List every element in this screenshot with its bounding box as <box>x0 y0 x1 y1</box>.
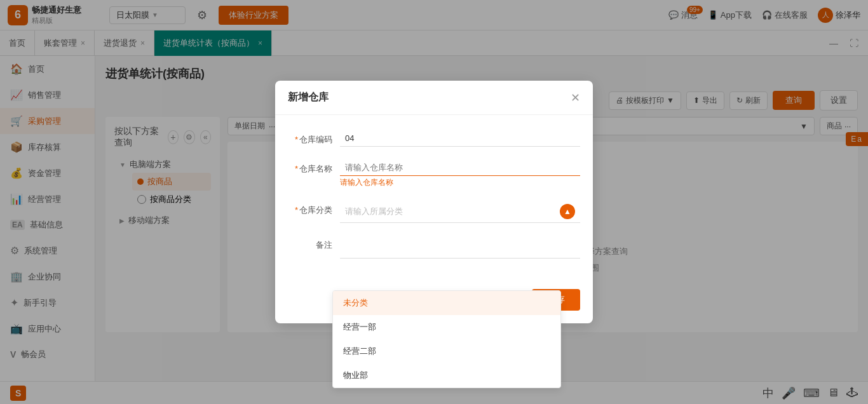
category-selector[interactable]: 请输入所属分类 ▲ <box>340 201 580 223</box>
code-input[interactable] <box>340 130 580 147</box>
dropdown-item-3[interactable]: 物业部 <box>333 363 560 387</box>
note-input[interactable] <box>340 236 580 259</box>
form-row-name: *仓库名称 请输入仓库名称 <box>288 159 580 188</box>
new-warehouse-modal: 新增仓库 ✕ *仓库编码 *仓库名称 请输入仓库名称 <box>275 81 593 323</box>
note-label: 备注 <box>288 236 332 251</box>
dropdown-item-1[interactable]: 经营一部 <box>333 315 560 339</box>
category-dropdown: 未分类 经营一部 经营二部 物业部 <box>332 290 561 388</box>
modal-close-button[interactable]: ✕ <box>571 92 580 104</box>
modal-header: 新增仓库 ✕ <box>275 81 593 115</box>
code-label: *仓库编码 <box>288 130 332 145</box>
category-up-arrow[interactable]: ▲ <box>560 204 575 219</box>
dropdown-item-0[interactable]: 未分类 <box>333 291 560 315</box>
form-row-code: *仓库编码 <box>288 130 580 147</box>
form-row-note: 备注 <box>288 236 580 259</box>
category-placeholder: 请输入所属分类 <box>345 206 403 217</box>
name-label: *仓库名称 <box>288 159 332 175</box>
name-error-hint: 请输入仓库名称 <box>340 177 580 188</box>
modal-body: *仓库编码 *仓库名称 请输入仓库名称 *仓库分类 <box>275 115 593 281</box>
name-input[interactable] <box>340 159 580 176</box>
dropdown-item-2[interactable]: 经营二部 <box>333 339 560 363</box>
modal-overlay: 新增仓库 ✕ *仓库编码 *仓库名称 请输入仓库名称 <box>0 0 868 404</box>
category-label: *仓库分类 <box>288 201 332 216</box>
modal-title: 新增仓库 <box>288 91 329 104</box>
form-row-category: *仓库分类 请输入所属分类 ▲ <box>288 201 580 223</box>
name-field-wrap: 请输入仓库名称 <box>340 159 580 188</box>
